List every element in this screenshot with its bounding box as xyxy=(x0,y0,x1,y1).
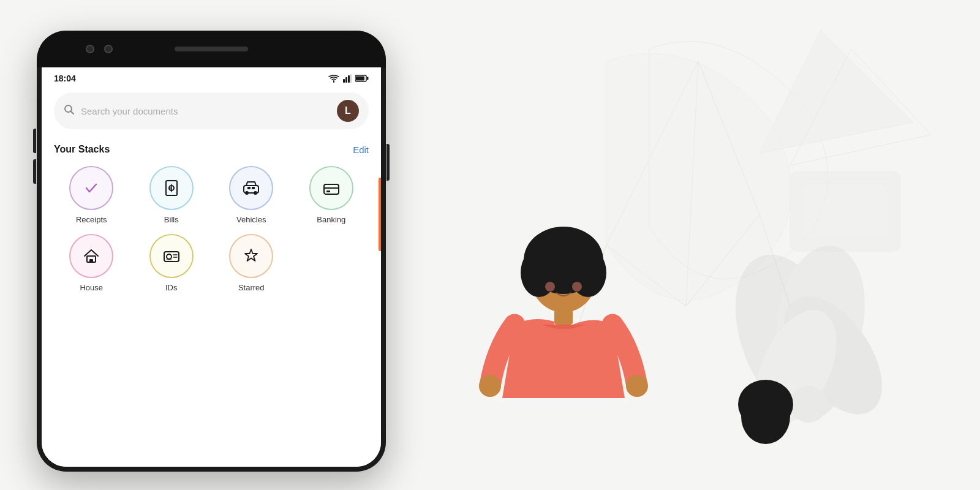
svg-point-26 xyxy=(626,375,648,397)
svg-rect-35 xyxy=(367,77,369,80)
receipts-circle xyxy=(69,166,113,210)
svg-rect-10 xyxy=(802,184,888,239)
ids-label: IDs xyxy=(165,283,178,292)
star-icon xyxy=(241,246,261,266)
svg-point-20 xyxy=(554,276,559,281)
stack-item-starred[interactable]: Starred xyxy=(214,234,289,292)
svg-point-44 xyxy=(254,191,257,195)
battery-icon xyxy=(355,75,369,82)
phone-camera-2 xyxy=(104,45,113,53)
avatar[interactable]: L xyxy=(337,100,359,122)
starred-label: Starred xyxy=(238,283,265,292)
banking-label: Banking xyxy=(317,215,345,224)
receipts-label: Receipts xyxy=(76,215,107,224)
svg-rect-30 xyxy=(345,77,347,83)
bills-icon: $ xyxy=(162,178,181,198)
stack-item-house[interactable]: House xyxy=(54,234,129,292)
illustration-area xyxy=(392,0,980,490)
banking-circle xyxy=(309,166,353,210)
stacks-grid: Receipts $ Bills xyxy=(54,166,369,292)
house-label: House xyxy=(80,283,103,292)
search-placeholder: Search your documents xyxy=(81,106,331,116)
vehicles-circle xyxy=(229,166,273,210)
svg-point-23 xyxy=(572,282,582,292)
bills-circle: $ xyxy=(149,166,194,210)
starred-circle xyxy=(229,234,273,278)
svg-point-43 xyxy=(245,191,249,195)
status-time: 18:04 xyxy=(54,74,76,83)
svg-rect-47 xyxy=(324,184,339,194)
svg-point-22 xyxy=(545,282,555,292)
search-icon xyxy=(64,104,75,118)
stack-item-banking[interactable]: Banking xyxy=(294,166,369,224)
banking-icon xyxy=(322,178,341,198)
svg-line-37 xyxy=(71,111,74,114)
phone-device: 18:04 xyxy=(37,31,386,472)
status-bar: 18:04 xyxy=(42,67,381,86)
phone-screen: 18:04 xyxy=(42,67,381,467)
stack-item-receipts[interactable]: Receipts xyxy=(54,166,129,224)
stack-item-ids[interactable]: IDs xyxy=(134,234,209,292)
home-icon xyxy=(81,246,101,266)
svg-point-25 xyxy=(479,375,501,397)
app-content: Search your documents L Your Stacks Edit xyxy=(42,86,381,467)
car-icon xyxy=(241,178,261,198)
accent-bar xyxy=(379,178,381,251)
svg-rect-49 xyxy=(326,190,330,192)
house-circle xyxy=(69,234,113,278)
volume-down-button xyxy=(33,159,36,184)
svg-point-53 xyxy=(167,254,172,259)
svg-rect-32 xyxy=(350,74,352,83)
svg-marker-7 xyxy=(760,31,913,153)
phone-top-bar xyxy=(37,31,386,67)
svg-rect-51 xyxy=(89,259,93,262)
search-bar[interactable]: Search your documents L xyxy=(54,92,369,129)
phone-camera xyxy=(86,45,94,53)
svg-point-28 xyxy=(738,380,793,429)
section-header: Your Stacks Edit xyxy=(54,144,369,155)
svg-rect-31 xyxy=(348,75,350,83)
ids-circle xyxy=(149,234,194,278)
power-button xyxy=(386,144,390,181)
svg-point-21 xyxy=(568,276,573,281)
bills-label: Bills xyxy=(164,215,179,224)
check-icon xyxy=(81,178,101,198)
svg-point-15 xyxy=(790,386,827,423)
id-card-icon xyxy=(162,246,181,266)
svg-rect-24 xyxy=(554,309,573,325)
section-title: Your Stacks xyxy=(54,144,110,155)
svg-rect-46 xyxy=(252,187,255,189)
stack-item-bills[interactable]: $ Bills xyxy=(134,166,209,224)
vehicles-label: Vehicles xyxy=(236,215,266,224)
wifi-icon xyxy=(328,74,339,83)
svg-rect-29 xyxy=(343,79,345,83)
svg-rect-34 xyxy=(356,77,364,81)
status-icons xyxy=(328,74,369,83)
stack-item-vehicles[interactable]: Vehicles xyxy=(214,166,289,224)
volume-up-button xyxy=(33,129,36,153)
edit-button[interactable]: Edit xyxy=(353,145,369,155)
signal-icon xyxy=(343,74,352,83)
svg-rect-45 xyxy=(247,187,251,189)
phone-speaker xyxy=(175,47,248,51)
